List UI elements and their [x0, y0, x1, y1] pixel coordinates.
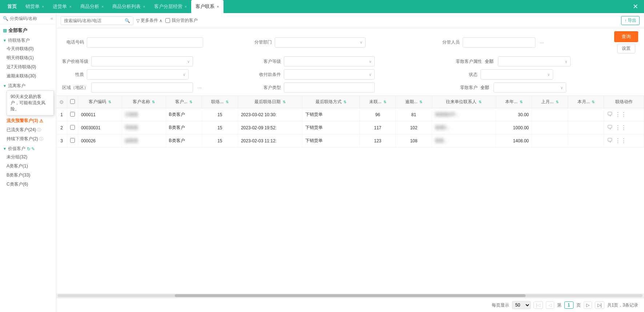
close-icon[interactable]: × [101, 4, 104, 9]
first-page-button[interactable]: |◁ [534, 301, 543, 309]
sidebar-item-today[interactable]: 今天待联络(0) [0, 44, 56, 53]
select-all-checkbox[interactable] [70, 99, 75, 104]
more-actions-icon[interactable]: ⋮⋮ [615, 137, 627, 144]
row-last-method: 下销货单 [302, 108, 360, 121]
row-contact-person: 某某... [432, 134, 496, 147]
sidebar-item-c[interactable]: C类客户(6) [0, 180, 56, 189]
last-method-link[interactable]: 下销货单 [305, 125, 323, 130]
price-level-select[interactable]: ∨ [91, 56, 193, 66]
prev-page-button[interactable]: ◁ [546, 301, 554, 309]
sidebar-group-value[interactable]: ▼ 价值客户 ↻ ✎ [0, 143, 56, 153]
table-area: ⚙ 客户编码 ⇅ 客户名称 ⇅ [56, 96, 644, 293]
sidebar-item-7days[interactable]: 近7天待联络(0) [0, 62, 56, 72]
tab-customer-contact[interactable]: 客户联系 × [191, 0, 223, 13]
customer-level-label: 客户等级 [259, 58, 281, 65]
sort-icon: ⇅ [152, 100, 155, 104]
churn-tooltip: 90天未交易的客户，可能有流失风险。 [7, 90, 54, 116]
more-conditions-button[interactable]: ▽ 更多条件 ∧ [136, 17, 162, 24]
scrollbar-thumb[interactable] [175, 294, 526, 297]
settings-button[interactable]: 设置 [617, 44, 635, 53]
chevron-down-icon: ∨ [369, 60, 371, 64]
row-checkbox[interactable] [70, 125, 75, 130]
sidebar-item-churn-lost[interactable]: 已流失客户(24) ⓘ [0, 125, 56, 134]
manager-select[interactable] [463, 37, 535, 48]
query-button[interactable]: 查询 [614, 31, 638, 42]
col-type-label: 客户... [175, 99, 188, 104]
close-icon[interactable]: × [217, 4, 219, 9]
col-this-year: 本年... ⇅ [496, 96, 532, 108]
sidebar-item-ungrouped[interactable]: 未分组(32) [0, 153, 56, 162]
row-contact-num: 15 [202, 108, 238, 121]
sidebar-item-b[interactable]: B类客户(33) [0, 171, 56, 180]
arrow-icon: ▼ [3, 147, 7, 151]
sidebar-search-area: 🔍 « [0, 13, 56, 24]
row-checkbox[interactable] [70, 138, 75, 143]
tab-customer-tier[interactable]: 客户分层经营 × [150, 0, 191, 13]
more-actions-icon[interactable]: ⋮⋮ [615, 111, 627, 118]
sidebar-item-overdue[interactable]: 逾期未联络(30) [0, 72, 56, 81]
search-submit-icon[interactable]: 🔍 [125, 18, 130, 23]
chat-icon[interactable]: 🗨 [607, 124, 613, 131]
export-button[interactable]: ↑ 导出 [621, 16, 640, 25]
last-method-link[interactable]: 下销货单 [305, 138, 323, 143]
sidebar-item-tomorrow[interactable]: 明天待联络(1) [0, 53, 56, 62]
col-contact-num: 联络... ⇅ [202, 96, 238, 108]
dept-select[interactable]: ∨ [275, 37, 366, 48]
more-actions-icon[interactable]: ⋮⋮ [615, 124, 627, 131]
close-icon[interactable]: × [42, 4, 44, 9]
gear-icon[interactable]: ⚙ [59, 99, 64, 105]
tab-sales[interactable]: 销货单 × [21, 0, 48, 13]
col-code-label: 客户编码 [89, 99, 106, 104]
phone-input[interactable] [87, 37, 203, 48]
tab-product-analysis-label: 商品分析 [80, 3, 99, 10]
zero-attr-select[interactable]: ∨ [498, 56, 571, 66]
more-options-icon[interactable]: ··· [538, 40, 546, 45]
filter-dept: 分管部门 ∨ [250, 37, 423, 48]
region-more-icon[interactable]: ··· [196, 85, 203, 90]
next-page-button[interactable]: ▷ [584, 301, 592, 309]
sidebar-item-churn-decline[interactable]: 持续下滑客户(2) ⓘ [0, 134, 56, 143]
sidebar-group-churn[interactable]: ▼ 流离客户 [0, 81, 56, 90]
row-not-contacted: 117 [360, 121, 396, 134]
horizontal-scrollbar[interactable] [56, 293, 644, 298]
close-icon[interactable]: × [69, 4, 71, 9]
close-icon[interactable]: × [143, 4, 145, 9]
sidebar-item-churn-warning[interactable]: 流失预警客户(3) ⚠ [0, 116, 56, 125]
tab-sales-label: 销货单 [25, 3, 40, 10]
sidebar-collapse-icon[interactable]: « [51, 16, 53, 21]
last-page-button[interactable]: ▷| [595, 301, 604, 309]
chevron-down-icon: ∨ [560, 86, 563, 90]
region-input[interactable] [91, 82, 193, 93]
row-checkbox-cell [67, 108, 78, 121]
search-input[interactable] [64, 18, 123, 23]
row-name-text: 王某某 [125, 112, 138, 117]
tab-purchase[interactable]: 进货单 × [48, 0, 76, 13]
sidebar-group-pending[interactable]: ▼ 待联络客户 [0, 35, 56, 44]
row-checkbox[interactable] [70, 112, 75, 117]
sidebar-item-a[interactable]: A类客户(1) [0, 162, 56, 171]
close-icon[interactable]: × [185, 4, 187, 9]
tab-product-analysis[interactable]: 商品分析 × [76, 0, 108, 13]
window-close-button[interactable]: ✕ [630, 3, 641, 11]
my-customers-checkbox[interactable] [165, 18, 170, 23]
last-method-link[interactable]: 下销货单 [305, 112, 323, 117]
edit-icon[interactable]: ✎ [31, 146, 35, 151]
customer-type-select[interactable] [284, 82, 375, 93]
all-customers-header[interactable]: ⊞ 全部客户 [0, 24, 56, 35]
tab-product-list[interactable]: 商品分析列表 × [108, 0, 149, 13]
payment-select[interactable]: ∨ [284, 69, 375, 80]
chat-icon[interactable]: 🗨 [607, 111, 613, 118]
gender-select[interactable]: ∨ [87, 69, 189, 80]
filter-row-3: 性质 ∨ 收付款条件 ∨ 状态 [62, 69, 638, 80]
tab-home[interactable]: 首页 [3, 0, 21, 13]
per-page-select[interactable]: 50 100 200 [512, 301, 531, 309]
sidebar-search-input[interactable] [10, 16, 49, 21]
zero-customer-select[interactable]: ∨ [494, 82, 566, 93]
row-this-year: 30.00 [496, 108, 532, 121]
filter-status: 状态 ∨ [456, 69, 638, 80]
customer-level-select[interactable]: ∨ [284, 56, 375, 66]
refresh-icon[interactable]: ↻ [27, 146, 31, 151]
zero-attr-value: 全部 [485, 58, 494, 65]
chat-icon[interactable]: 🗨 [607, 137, 613, 144]
status-select[interactable]: ∨ [480, 69, 553, 80]
